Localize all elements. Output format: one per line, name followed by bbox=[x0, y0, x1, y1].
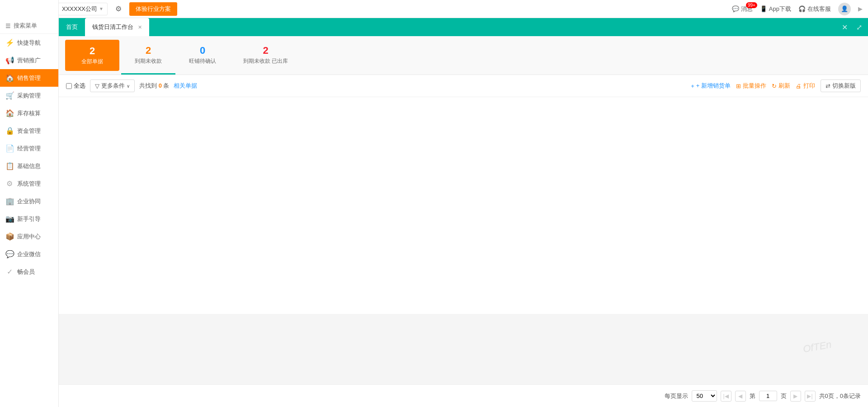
content-area: 2 全部单据 2 到期未收款 0 旺铺待确认 2 到期未收款 已出库 全选 bbox=[59, 36, 868, 314]
table-area bbox=[59, 97, 868, 314]
page-prev-button[interactable]: ◀ bbox=[735, 391, 746, 402]
trial-button[interactable]: 体验行业方案 bbox=[129, 2, 177, 16]
stat-count-overdue-shipped: 2 bbox=[263, 45, 269, 56]
avatar[interactable]: 👤 bbox=[838, 3, 851, 15]
found-text: 共找到 0 条 bbox=[139, 82, 169, 90]
search-menu-button[interactable]: ☰ 搜索菜单 bbox=[0, 18, 58, 34]
sidebar-item-label: 采购管理 bbox=[17, 92, 41, 100]
print-icon: 🖨 bbox=[796, 83, 802, 89]
tab-maximize-button[interactable]: ⤢ bbox=[854, 22, 864, 33]
toolbar-right: + + 新增销货单 ⊞ 批量操作 ↻ 刷新 🖨 打印 ⇄ 切换新版 bbox=[691, 80, 861, 92]
sidebar-item-label: 经营管理 bbox=[17, 145, 41, 153]
service-icon: 🎧 bbox=[798, 5, 806, 12]
refresh-button[interactable]: ↻ 刷新 bbox=[772, 82, 790, 90]
sidebar-item-sales[interactable]: 🏠 销售管理 bbox=[0, 69, 58, 87]
sidebar-item-marketing[interactable]: 📢 营销推广 bbox=[0, 51, 58, 69]
sidebar-item-member[interactable]: ✓ 畅会员 bbox=[0, 263, 58, 281]
username-text: ▶ bbox=[858, 5, 863, 12]
sidebar-item-inventory[interactable]: 🏠 库存核算 bbox=[0, 104, 58, 122]
refresh-label: 刷新 bbox=[778, 82, 790, 90]
search-menu-label: 搜索菜单 bbox=[14, 22, 37, 30]
stat-tab-overdue[interactable]: 2 到期未收款 bbox=[121, 36, 175, 75]
messages-button[interactable]: 💬 消息 99+ bbox=[732, 5, 753, 13]
tab-cash-flow-label: 钱货日清工作台 bbox=[92, 23, 133, 31]
tab-home[interactable]: 首页 bbox=[59, 18, 85, 36]
stat-tab-overdue-shipped[interactable]: 2 到期未收款 已出库 bbox=[230, 36, 302, 75]
settings-button[interactable]: ⚙ bbox=[112, 3, 125, 15]
batch-label: 批量操作 bbox=[743, 82, 766, 90]
cart-icon: 🛒 bbox=[5, 91, 14, 100]
sidebar-item-label: 库存核算 bbox=[17, 109, 41, 117]
gear-icon: ⚙ bbox=[115, 5, 122, 13]
header-right: 💬 消息 99+ 📱 App下载 🎧 在线客服 👤 ▶ bbox=[732, 3, 863, 15]
sidebar-item-quick-nav[interactable]: ⚡ 快捷导航 bbox=[0, 34, 58, 51]
sidebar: ☰ 搜索菜单 ⚡ 快捷导航 📢 营销推广 🏠 销售管理 🛒 采购管理 🏠 库存核… bbox=[0, 0, 59, 407]
stat-label-all: 全部单据 bbox=[81, 58, 103, 65]
tab-cash-flow[interactable]: 钱货日清工作台 ✕ bbox=[85, 18, 149, 36]
online-service-button[interactable]: 🎧 在线客服 bbox=[798, 5, 831, 13]
print-button[interactable]: 🖨 打印 bbox=[796, 82, 815, 90]
found-prefix: 共找到 bbox=[139, 82, 157, 89]
sidebar-item-system[interactable]: ⚙ 系统管理 bbox=[0, 175, 58, 192]
found-count: 0 bbox=[159, 82, 162, 89]
sidebar-item-label: 基础信息 bbox=[17, 162, 41, 170]
toolbar: 全选 ▽ 更多条件 ∨ 共找到 0 条 相关单据 + + 新增销货单 bbox=[59, 75, 868, 97]
filter-button[interactable]: ▽ 更多条件 ∨ bbox=[90, 80, 135, 92]
sidebar-item-label: 快捷导航 bbox=[17, 39, 41, 47]
sidebar-item-label: 系统管理 bbox=[17, 180, 41, 188]
add-icon: + bbox=[691, 83, 694, 89]
page-size-select[interactable]: 50 10 20 100 bbox=[692, 390, 717, 402]
member-icon: ✓ bbox=[5, 267, 14, 276]
clipboard-icon: 📋 bbox=[5, 162, 14, 170]
page-next-button[interactable]: ▶ bbox=[790, 391, 801, 402]
stat-count-overdue: 2 bbox=[146, 45, 151, 56]
megaphone-icon: 📢 bbox=[5, 56, 14, 65]
online-service-label: 在线客服 bbox=[807, 5, 831, 13]
sidebar-item-label: 畅会员 bbox=[17, 268, 35, 276]
tab-home-label: 首页 bbox=[66, 23, 78, 31]
guide-icon: 📷 bbox=[5, 215, 14, 223]
app-download-button[interactable]: 📱 App下载 bbox=[760, 5, 791, 13]
tab-close-window-button[interactable]: ✕ bbox=[839, 22, 850, 33]
sidebar-item-basic-info[interactable]: 📋 基础信息 bbox=[0, 157, 58, 175]
sidebar-item-operations[interactable]: 📄 经营管理 bbox=[0, 140, 58, 157]
sidebar-item-purchase[interactable]: 🛒 采购管理 bbox=[0, 87, 58, 104]
select-all-label: 全选 bbox=[74, 82, 85, 90]
search-icon: ☰ bbox=[5, 23, 11, 29]
sidebar-item-guide[interactable]: 📷 新手引导 bbox=[0, 210, 58, 228]
sidebar-item-label: 企业微信 bbox=[17, 250, 41, 258]
select-all-input[interactable] bbox=[66, 83, 72, 89]
sidebar-item-corp-wechat[interactable]: 💬 企业微信 bbox=[0, 245, 58, 263]
page-size-label: 每页显示 bbox=[665, 392, 688, 400]
select-all-checkbox[interactable]: 全选 bbox=[66, 82, 85, 90]
page-last-button[interactable]: ▶| bbox=[805, 391, 816, 402]
page-input[interactable] bbox=[759, 391, 777, 401]
username-display: ▶ bbox=[858, 5, 863, 12]
page-label: 第 bbox=[750, 392, 755, 400]
company-selector[interactable]: XXXXXX公司 ▼ bbox=[58, 3, 108, 15]
stat-tab-all[interactable]: 2 全部单据 bbox=[65, 40, 119, 71]
stat-label-pending: 旺铺待确认 bbox=[189, 57, 216, 65]
related-documents-link[interactable]: 相关单据 bbox=[174, 82, 197, 90]
filter-arrow-icon: ∨ bbox=[127, 84, 130, 89]
header: 6 畅捷通好生意 标准版 XXXXXX公司 ▼ ⚙ 体验行业方案 💬 消息 99… bbox=[0, 0, 868, 18]
stat-tab-pending[interactable]: 0 旺铺待确认 bbox=[175, 36, 230, 75]
sidebar-item-app-center[interactable]: 📦 应用中心 bbox=[0, 228, 58, 245]
switch-version-button[interactable]: ⇄ 切换新版 bbox=[821, 80, 861, 92]
pagination-bar: 每页显示 50 10 20 100 |◀ ◀ 第 页 ▶ ▶| 共0页，0条记录 bbox=[59, 384, 868, 407]
sidebar-item-funds[interactable]: 🔒 资金管理 bbox=[0, 122, 58, 140]
avatar-icon: 👤 bbox=[841, 5, 848, 12]
stat-count-pending: 0 bbox=[200, 45, 205, 56]
page-first-button[interactable]: |◀ bbox=[721, 391, 731, 402]
batch-operation-button[interactable]: ⊞ 批量操作 bbox=[736, 82, 766, 90]
tab-close-icon[interactable]: ✕ bbox=[138, 24, 142, 30]
dropdown-arrow-icon: ▼ bbox=[99, 6, 104, 11]
page-total: 共0页，0条记录 bbox=[819, 392, 861, 400]
stats-tabs-wrapper: 2 全部单据 2 到期未收款 0 旺铺待确认 2 到期未收款 已出库 bbox=[59, 36, 868, 75]
company-name: XXXXXX公司 bbox=[62, 5, 97, 13]
toolbar-left: 全选 ▽ 更多条件 ∨ 共找到 0 条 相关单据 bbox=[66, 80, 685, 92]
sidebar-item-corp-collab[interactable]: 🏢 企业协同 bbox=[0, 192, 58, 210]
add-sales-order-button[interactable]: + + 新增销货单 bbox=[691, 82, 731, 90]
app-icon: 📦 bbox=[5, 232, 14, 241]
sidebar-item-label: 应用中心 bbox=[17, 233, 41, 241]
